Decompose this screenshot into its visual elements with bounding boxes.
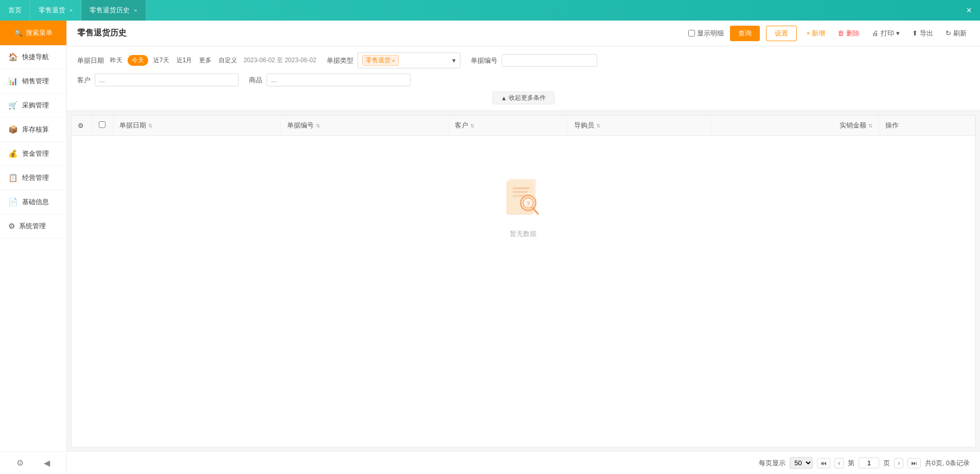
sidebar-item-label: 快捷导航 [22,52,49,62]
page-suffix: 页 [883,459,890,468]
print-chevron-icon: ▾ [896,29,900,37]
date-filter-label: 单据日期 [77,56,104,65]
filter-row-2: 客户 商品 [77,74,970,86]
date-opt-more[interactable]: 更多 [197,55,213,66]
system-icon: ⚙ [8,222,15,231]
empty-text: 暂无数据 [510,229,537,239]
sidebar-bottom: ⚙ ◀ [0,451,66,474]
date-opt-today[interactable]: 今天 [128,55,148,66]
sidebar-item-label: 经营管理 [22,173,49,183]
sidebar: 🔍 搜索菜单 🏠 快捷导航 📊 销售管理 🛒 采购管理 📦 库存核算 💰 资金管… [0,21,67,474]
th-order-no-label: 单据编号 [287,121,314,130]
customer-filter: 客户 [77,74,239,86]
th-actions-label: 操作 [885,121,899,129]
order-no-input[interactable] [502,54,597,67]
customer-sort-icon[interactable]: ⇅ [470,123,474,129]
show-detail-checkbox-area[interactable]: 显示明细 [688,29,724,38]
date-opt-yesterday[interactable]: 昨天 [108,55,124,66]
add-button[interactable]: + 新增 [803,27,828,40]
sidebar-item-sales[interactable]: 📊 销售管理 [0,69,66,94]
export-button[interactable]: ⬆ 导出 [909,27,936,40]
operations-icon: 📋 [8,173,18,183]
empty-state-cell: ? 暂无数据 [72,136,975,280]
amount-sort-icon[interactable]: ⇅ [868,123,872,129]
table-container: ⚙ 单据日期 ⇅ 单据编号 [71,115,976,447]
order-no-sort-icon[interactable]: ⇅ [316,123,320,129]
query-button[interactable]: 查询 [730,26,760,41]
tab-retail-return-history[interactable]: 零售退货历史 × [81,0,146,21]
print-button[interactable]: 🖨 打印 ▾ [869,27,903,40]
th-checkbox[interactable] [92,116,113,136]
svg-rect-2 [513,187,530,189]
th-date: 单据日期 ⇅ [113,116,280,136]
date-opt-7days[interactable]: 近7天 [151,55,171,66]
type-filter-select[interactable]: 零售退货 × ▾ [358,52,460,68]
type-tag-label: 零售退货 [366,56,390,65]
search-icon: 🔍 [14,29,23,37]
tab-home[interactable]: 首页 [0,0,30,21]
tab-retail-return-history-close[interactable]: × [134,7,137,13]
sidebar-gear-button[interactable]: ⚙ [16,458,24,468]
th-actions: 操作 [879,116,975,136]
sidebar-item-operations[interactable]: 📋 经营管理 [0,166,66,190]
gear-icon[interactable]: ⚙ [78,122,84,130]
refresh-button[interactable]: ↻ 刷新 [942,27,970,40]
per-page-select[interactable]: 50 [790,457,813,469]
type-filter: 单据类型 零售退货 × ▾ [327,52,460,68]
first-page-button[interactable]: ⏮ [817,458,830,468]
goods-filter-label: 商品 [249,76,262,85]
settings-button[interactable]: 设置 [766,26,797,41]
sidebar-item-quick-nav[interactable]: 🏠 快捷导航 [0,45,66,69]
tab-retail-return-label: 零售退货 [39,6,65,15]
sidebar-item-label: 采购管理 [22,101,49,110]
tab-retail-return-history-label: 零售退货历史 [90,6,130,15]
sidebar-collapse-button[interactable]: ◀ [44,458,50,468]
sidebar-search[interactable]: 🔍 搜索菜单 [0,21,66,45]
customer-input[interactable] [95,74,239,86]
sidebar-item-label: 库存核算 [22,125,49,134]
date-sort-icon[interactable]: ⇅ [148,123,152,129]
page-number-input[interactable] [859,458,879,468]
page-total: 共0页, 0条记录 [925,459,970,468]
last-page-button[interactable]: ⏭ [907,458,921,468]
sidebar-item-purchase[interactable]: 🛒 采购管理 [0,94,66,118]
content-area: 零售退货历史 显示明细 查询 设置 + 新增 🗑 删除 🖨 打印 ▾ ⬆ 导出 [67,21,980,474]
table-body: ? 暂无数据 [72,136,975,280]
collapse-filter-button[interactable]: ▲ 收起更多条件 [492,92,555,104]
window-close-button[interactable]: × [966,5,972,16]
top-bar: 首页 零售退货 × 零售退货历史 × × [0,0,980,21]
page-title: 零售退货历史 [77,28,127,39]
toolbar-buttons: 显示明细 查询 设置 + 新增 🗑 删除 🖨 打印 ▾ ⬆ 导出 ↻ 刷新 [688,26,970,41]
select-all-checkbox[interactable] [99,121,105,128]
pagination: 每页显示 50 ⏮ ‹ 第 页 › ⏭ 共0页, 0条记录 [67,451,980,474]
th-guide: 导购员 ⇅ [567,116,711,136]
show-detail-label: 显示明细 [697,29,724,38]
th-date-label: 单据日期 [119,121,146,130]
date-range-display: 2023-06-02 至 2023-06-02 [243,56,316,65]
th-customer-label: 客户 [455,121,468,130]
type-tag-close[interactable]: × [392,58,395,64]
date-options: 昨天 今天 近7天 近1月 更多 自定义 [108,55,239,66]
collapse-icon: ▲ [501,95,507,102]
tab-retail-return[interactable]: 零售退货 × [30,0,81,21]
filter-row-1: 单据日期 昨天 今天 近7天 近1月 更多 自定义 2023-06-02 至 2… [77,52,970,68]
delete-button[interactable]: 🗑 删除 [834,27,863,40]
order-no-filter: 单据编号 [471,54,597,67]
next-page-button[interactable]: › [894,458,903,468]
goods-input[interactable] [266,74,411,86]
print-icon: 🖨 [872,29,879,37]
tab-retail-return-close[interactable]: × [69,7,73,13]
empty-state: ? 暂无数据 [72,136,975,280]
show-detail-checkbox[interactable] [688,30,695,37]
filter-section: 单据日期 昨天 今天 近7天 近1月 更多 自定义 2023-06-02 至 2… [67,46,980,111]
sidebar-item-system[interactable]: ⚙ 系统管理 [0,214,66,239]
date-opt-custom[interactable]: 自定义 [217,55,239,66]
prev-page-button[interactable]: ‹ [834,458,844,468]
date-opt-1month[interactable]: 近1月 [174,55,194,66]
sidebar-item-inventory[interactable]: 📦 库存核算 [0,118,66,142]
type-tag: 零售退货 × [362,55,399,66]
sidebar-item-basic-info[interactable]: 📄 基础信息 [0,190,66,214]
th-gear[interactable]: ⚙ [72,116,92,136]
guide-sort-icon[interactable]: ⇅ [596,123,600,129]
sidebar-item-finance[interactable]: 💰 资金管理 [0,142,66,166]
